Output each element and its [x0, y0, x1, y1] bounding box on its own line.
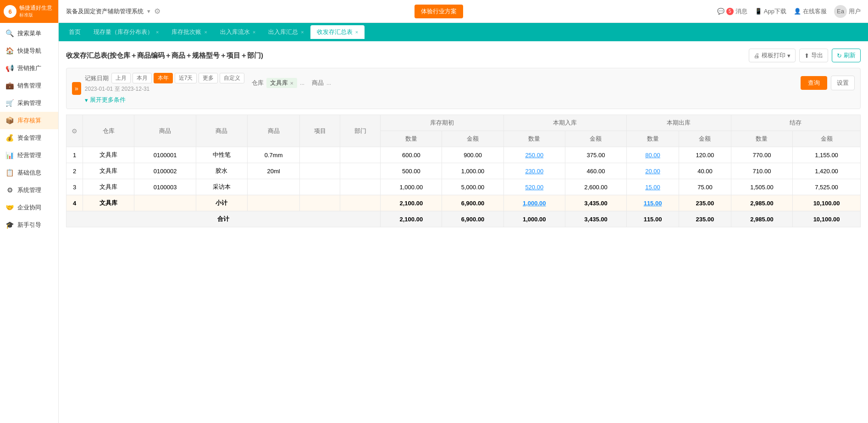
setting-button[interactable]: 设置 [831, 76, 855, 90]
user-avatar: Ea [834, 5, 847, 18]
experience-button[interactable]: 体验行业方案 [415, 5, 463, 18]
tab-receive-send-summary[interactable]: 收发存汇总表× [310, 25, 365, 39]
row-bal-amt: 7,525.00 [793, 179, 861, 195]
table-gear-icon[interactable]: ⚙ [72, 127, 77, 135]
filter-toggle-button[interactable]: » [72, 82, 81, 95]
table-row: 4 文具库 小计 2,100.00 6,900.00 1,000.00 3,43… [66, 195, 861, 211]
print-button[interactable]: 🖨 模板打印 ▾ [749, 49, 796, 62]
row-open-qty: 600.00 [381, 147, 442, 163]
warehouse-more-btn[interactable]: ... [300, 80, 304, 86]
sidebar-item-marketing[interactable]: 📢 营销推广 [0, 60, 58, 77]
row-out-qty[interactable]: 20.00 [627, 163, 679, 179]
service-icon: 👤 [794, 8, 801, 15]
sidebar-item-search[interactable]: 🔍 搜索菜单 [0, 25, 58, 42]
sidebar-item-sales[interactable]: 💼 销售管理 [0, 77, 58, 94]
date-shortcut-自定义[interactable]: 自定义 [220, 73, 244, 83]
row-seq: 3 [66, 179, 83, 195]
date-range: 2023-01-01 至 2023-12-31 [85, 85, 245, 93]
table-settings-col[interactable]: ⚙ [66, 115, 83, 147]
date-shortcut-本年[interactable]: 本年 [154, 73, 173, 83]
message-label: 消息 [735, 7, 747, 16]
sidebar-item-quick-nav[interactable]: 🏠 快捷导航 [0, 42, 58, 60]
export-button[interactable]: ⬆ 导出 [799, 49, 828, 62]
row-in-qty[interactable]: 230.00 [503, 163, 565, 179]
query-button[interactable]: 查询 [801, 76, 827, 90]
sidebar-label-purchase: 采购管理 [17, 99, 41, 107]
goods-more-btn[interactable]: ... [326, 80, 331, 86]
row-in-qty[interactable]: 250.00 [503, 147, 565, 163]
user-item[interactable]: Ea 用户 [834, 5, 861, 18]
sidebar-item-finance[interactable]: 💰 资金管理 [0, 129, 58, 147]
col-balance: 结存 [731, 115, 860, 131]
row-open-qty: 2,100.00 [381, 195, 442, 211]
sidebar-item-guide[interactable]: 🎓 新手引导 [0, 216, 58, 234]
tab-close-batch-ledger[interactable]: × [204, 29, 207, 35]
sidebar-label-system: 系统管理 [17, 186, 41, 194]
tab-close-in-out-flow[interactable]: × [253, 29, 255, 35]
warehouse-tag-close[interactable]: × [290, 80, 293, 87]
row-warehouse: 文具库 [83, 163, 134, 179]
row-name: 小计 [196, 195, 247, 211]
col-out: 本期出库 [627, 115, 731, 131]
tab-batch-ledger[interactable]: 库存批次账× [165, 25, 213, 39]
row-open-amt: 6,900.00 [442, 195, 503, 211]
col-out-qty: 数量 [627, 131, 679, 147]
tab-label-in-out-summary: 出入库汇总 [268, 28, 298, 36]
gear-icon[interactable]: ⚙ [154, 7, 160, 16]
tab-label-batch-ledger: 库存批次账 [171, 28, 201, 36]
row-project [300, 195, 340, 211]
row-in-amt: 2,600.00 [565, 179, 626, 195]
sidebar-item-operations[interactable]: 📊 经营管理 [0, 147, 58, 164]
row-in-qty[interactable]: 1,000.00 [503, 195, 565, 211]
sidebar-item-basic-info[interactable]: 📋 基础信息 [0, 164, 58, 181]
message-badge: 5 [726, 8, 734, 15]
footer-out-amt: 235.00 [679, 211, 731, 227]
row-in-qty[interactable]: 520.00 [503, 179, 565, 195]
message-item[interactable]: 💬 5 消息 [717, 7, 747, 16]
tab-home[interactable]: 首页 [62, 25, 87, 39]
sidebar-label-search: 搜索菜单 [17, 29, 41, 38]
date-shortcut-本月[interactable]: 本月 [133, 73, 152, 83]
expand-conditions-btn[interactable]: ▾ 展开更多条件 [85, 96, 827, 104]
sidebar-label-basic-info: 基础信息 [17, 169, 41, 177]
row-name: 胶水 [196, 163, 247, 179]
row-out-qty[interactable]: 115.00 [627, 195, 679, 211]
col-opening: 库存期初 [381, 115, 503, 131]
row-bal-qty: 2,985.00 [731, 195, 792, 211]
row-name: 采访本 [196, 179, 247, 195]
user-label: 用户 [849, 7, 861, 16]
sidebar-item-inventory[interactable]: 📦 库存核算 [0, 112, 58, 129]
download-item[interactable]: 📱 App下载 [755, 7, 786, 16]
refresh-button[interactable]: ↻ 刷新 [832, 49, 861, 62]
tab-in-out-summary[interactable]: 出入库汇总× [262, 25, 310, 39]
tabs-bar: 首页现存量（库存分布表）×库存批次账×出入库流水×出入库汇总×收发存汇总表× [59, 23, 868, 41]
date-shortcut-上月[interactable]: 上月 [111, 73, 131, 83]
date-shortcut-近7天[interactable]: 近7天 [175, 73, 197, 83]
tab-close-receive-send-summary[interactable]: × [355, 29, 358, 35]
service-item[interactable]: 👤 在线客服 [794, 7, 827, 16]
dropdown-icon[interactable]: ▾ [147, 8, 150, 15]
sidebar-icon-inventory: 📦 [6, 116, 14, 125]
sidebar-item-enterprise[interactable]: 🤝 企业协同 [0, 199, 58, 216]
col-in: 本期入库 [503, 115, 626, 131]
tab-in-out-flow[interactable]: 出入库流水× [214, 25, 262, 39]
row-out-qty[interactable]: 15.00 [627, 179, 679, 195]
tab-close-in-out-summary[interactable]: × [301, 29, 304, 35]
sidebar-menu: 🔍 搜索菜单 🏠 快捷导航 📢 营销推广 💼 销售管理 🛒 采购管理 📦 库存核… [0, 23, 58, 423]
sidebar-label-guide: 新手引导 [17, 221, 41, 229]
col-warehouse: 仓库 [83, 115, 134, 147]
footer-label: 合计 [66, 211, 381, 227]
date-shortcut-更多[interactable]: 更多 [199, 73, 218, 83]
row-out-qty[interactable]: 80.00 [627, 147, 679, 163]
tab-close-stock-dist[interactable]: × [156, 29, 159, 35]
print-icon: 🖨 [754, 52, 760, 59]
tab-stock-dist[interactable]: 现存量（库存分布表）× [87, 25, 165, 39]
col-in-qty: 数量 [503, 131, 565, 147]
row-project [300, 147, 340, 163]
row-bal-qty: 710.00 [731, 163, 792, 179]
sidebar-item-system[interactable]: ⚙ 系统管理 [0, 181, 58, 199]
footer-in-qty: 1,000.00 [503, 211, 565, 227]
sidebar-icon-finance: 💰 [6, 134, 14, 142]
footer-open-amt: 6,900.00 [442, 211, 503, 227]
sidebar-item-purchase[interactable]: 🛒 采购管理 [0, 94, 58, 112]
